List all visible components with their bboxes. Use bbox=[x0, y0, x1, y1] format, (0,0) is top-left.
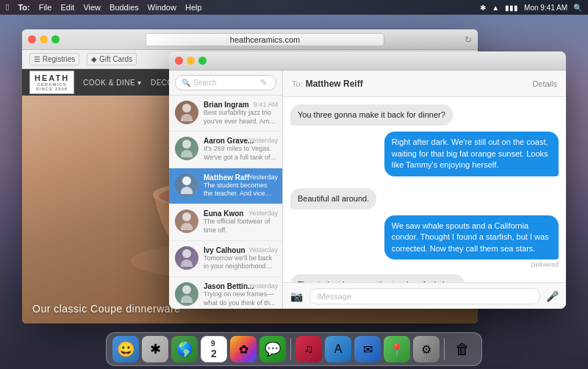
menubar:  To: File Edit View Buddies Window Help… bbox=[0, 0, 588, 15]
dock-calendar[interactable]: 92 bbox=[201, 336, 227, 362]
conv-item-jason[interactable]: Jason Bettin... Trying on new frames—wha… bbox=[169, 277, 282, 309]
menubar-right: ✱ ▲ ▮▮▮ Mon 9:41 AM 🔍 bbox=[480, 0, 582, 15]
dock-mail[interactable]: ✉ bbox=[354, 336, 381, 362]
dock-photos[interactable]: ✿ bbox=[230, 336, 257, 362]
conv-preview-euna: The official footwear of time off. bbox=[204, 218, 276, 234]
logo-since: SINCE 1948 bbox=[36, 87, 68, 91]
wifi-icon: ▲ bbox=[492, 4, 499, 12]
camera-icon[interactable]: 📷 bbox=[290, 290, 303, 302]
messages-close-button[interactable] bbox=[175, 57, 183, 65]
search-placeholder: Search bbox=[193, 79, 217, 87]
conv-item-euna[interactable]: Euna Kwon The official footwear of time … bbox=[169, 204, 282, 240]
menubar-buddies[interactable]: Buddies bbox=[110, 3, 139, 12]
conv-item-aaron[interactable]: Aaron Grave... It's 269 miles to Vegas. … bbox=[169, 132, 282, 168]
dock-separator-2 bbox=[444, 338, 445, 360]
battery-icon: ▮▮▮ bbox=[505, 4, 518, 12]
conversation-list: 🔍 Search ✎ Brian Ingram Best surfability… bbox=[169, 71, 283, 309]
avatar-brian bbox=[175, 101, 198, 124]
apple-menu[interactable]:  bbox=[6, 2, 9, 12]
avatar-euna bbox=[175, 209, 198, 233]
msg-sent-1: Right after dark. We're still out on the… bbox=[384, 132, 559, 176]
gift-cards-link[interactable]: ◆ Gift Cards bbox=[87, 53, 137, 65]
menubar-help[interactable]: Help bbox=[185, 3, 202, 12]
chat-messages: You three gonna make it back for dinner?… bbox=[283, 97, 566, 282]
msg-received-1: You three gonna make it back for dinner? bbox=[290, 104, 453, 126]
registries-link[interactable]: ☰ Registries bbox=[29, 53, 79, 65]
msg-received-3: The student becomes the teacher. And vic… bbox=[290, 274, 465, 282]
search-icon[interactable]: 🔍 bbox=[573, 4, 582, 12]
search-bar: 🔍 Search ✎ bbox=[169, 71, 282, 96]
imessage-placeholder: iMessage bbox=[317, 292, 351, 301]
avatar-matthew bbox=[175, 173, 198, 197]
conv-time-jason: Yesterday bbox=[248, 282, 278, 290]
dock-launchpad[interactable]: ✱ bbox=[142, 336, 168, 362]
conv-time-ivy: Yesterday bbox=[248, 246, 278, 254]
chat-panel: To: Matthew Reiff Details You three gonn… bbox=[283, 71, 566, 309]
heath-logo: HEATH CERAMICS SINCE 1948 bbox=[29, 71, 74, 94]
menubar-app-name[interactable]: To: bbox=[18, 3, 29, 12]
conv-item-matthew[interactable]: Matthew Raff The student becomes the tea… bbox=[169, 168, 282, 204]
avatar-ivy bbox=[175, 246, 198, 270]
desktop: heathceramics.com ↻ ☰ Registries ◆ Gift … bbox=[0, 15, 588, 369]
menubar-left:  To: File Edit View Buddies Window Help bbox=[6, 2, 202, 12]
chat-contact-name: Matthew Reiff bbox=[306, 79, 363, 89]
messages-titlebar bbox=[169, 51, 566, 71]
chat-header: To: Matthew Reiff Details bbox=[283, 71, 566, 97]
conv-time-brian: 9:41 AM bbox=[254, 101, 278, 108]
conv-time-aaron: Yesterday bbox=[248, 137, 278, 144]
conv-time-euna: Yesterday bbox=[248, 209, 278, 217]
search-icon: 🔍 bbox=[182, 79, 190, 87]
nav-cook-dine[interactable]: COOK & DINE ▾ bbox=[83, 79, 142, 87]
messages-body: 🔍 Search ✎ Brian Ingram Best surfability… bbox=[169, 71, 566, 309]
mic-icon[interactable]: 🎤 bbox=[546, 290, 559, 302]
dock: 😀 ✱ 🌎 92 ✿ 💬 ♫ A ✉ 📍 ⚙ bbox=[106, 332, 482, 366]
msg-sent-2: We saw whale spouts and a California con… bbox=[384, 215, 559, 259]
avatar-aaron bbox=[175, 137, 198, 160]
bluetooth-icon: ✱ bbox=[480, 4, 486, 12]
maximize-button[interactable] bbox=[51, 35, 60, 43]
dock-systemprefs[interactable]: ⚙ bbox=[413, 336, 440, 362]
conv-item-ivy[interactable]: Ivy Calhoun Tomorrow we'll be back in yo… bbox=[169, 241, 282, 277]
dock-finder[interactable]: 😀 bbox=[112, 336, 139, 362]
imessage-input[interactable]: iMessage bbox=[309, 288, 540, 304]
url-text: heathceramics.com bbox=[230, 35, 300, 44]
chat-details-button[interactable]: Details bbox=[532, 79, 557, 88]
dock-appstore[interactable]: A bbox=[325, 336, 351, 362]
menubar-view[interactable]: View bbox=[83, 3, 101, 12]
close-button[interactable] bbox=[28, 35, 36, 43]
menubar-edit[interactable]: Edit bbox=[60, 3, 74, 12]
chat-input-bar: 📷 iMessage 🎤 bbox=[283, 282, 566, 309]
dock-music[interactable]: ♫ bbox=[295, 336, 322, 362]
menubar-file[interactable]: File bbox=[39, 3, 52, 12]
conv-preview-brian: Best surfability jazz trio you've ever h… bbox=[204, 109, 276, 126]
hero-caption: Our classic Coupe dinnerware bbox=[32, 303, 181, 315]
dock-trash[interactable]: 🗑 bbox=[449, 336, 476, 362]
conv-time-matthew: Yesterday bbox=[248, 173, 278, 181]
conv-item-brian[interactable]: Brian Ingram Best surfability jazz trio … bbox=[169, 96, 282, 132]
conv-preview-aaron: It's 269 miles to Vegas. We've got a ful… bbox=[204, 145, 276, 162]
messages-maximize-button[interactable] bbox=[198, 57, 207, 65]
minimize-button[interactable] bbox=[40, 35, 48, 43]
dock-maps[interactable]: 📍 bbox=[384, 336, 410, 362]
logo-name: HEATH bbox=[35, 74, 69, 82]
browser-nav-buttons: ↻ bbox=[465, 35, 472, 45]
window-controls bbox=[28, 35, 60, 43]
conv-preview-ivy: Tomorrow we'll be back in your neighborh… bbox=[204, 254, 276, 271]
compose-icon[interactable]: ✎ bbox=[260, 78, 267, 87]
conv-preview-matthew: The student becomes the teacher. And vic… bbox=[204, 182, 276, 198]
messages-window-controls bbox=[175, 57, 207, 65]
menubar-window[interactable]: Window bbox=[148, 3, 176, 12]
url-input[interactable]: heathceramics.com bbox=[146, 33, 385, 46]
messages-window: 🔍 Search ✎ Brian Ingram Best surfability… bbox=[169, 51, 566, 309]
conv-preview-jason: Trying on new frames—what do you think o… bbox=[204, 290, 276, 307]
browser-titlebar: heathceramics.com ↻ bbox=[22, 29, 478, 50]
search-input[interactable]: 🔍 Search ✎ bbox=[175, 75, 276, 90]
msg-delivered-label: Delivered bbox=[531, 261, 559, 268]
dock-separator-1 bbox=[290, 338, 291, 360]
dock-messages[interactable]: 💬 bbox=[259, 336, 286, 362]
messages-minimize-button[interactable] bbox=[187, 57, 195, 65]
msg-received-2: Beautiful all around. bbox=[290, 188, 376, 209]
refresh-icon[interactable]: ↻ bbox=[465, 35, 472, 45]
to-label: To: bbox=[292, 79, 303, 88]
dock-safari[interactable]: 🌎 bbox=[171, 336, 198, 362]
